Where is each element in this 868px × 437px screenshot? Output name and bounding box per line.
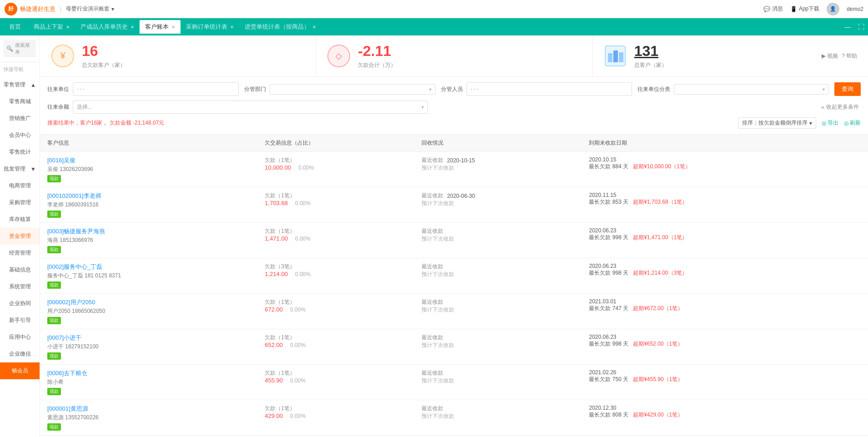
overdue-amount-0[interactable]: 超期¥10,000.00（1笔） — [633, 163, 691, 171]
filter-select-balance[interactable]: 选择... ▾ — [73, 100, 428, 114]
last-payment-label-5: 最近收款 — [421, 334, 443, 342]
company-selector[interactable]: 母婴行业演示账套 ▾ — [66, 5, 114, 13]
refresh-label: 刷新 — [850, 119, 861, 127]
sort-select[interactable]: 排序：按欠款金额倒序排序 ▾ — [738, 117, 816, 129]
export-button[interactable]: ◎ 导出 — [822, 119, 838, 127]
sidebar-item-ecom-mgmt[interactable]: 电商管理 — [0, 177, 40, 194]
due-date-7: 2020.12.30 — [589, 405, 861, 411]
debt-amount-0: 10,000.00 — [265, 164, 291, 171]
sidebar-item-new-guide[interactable]: 新手引导 — [0, 312, 40, 329]
tab-customer-account-close[interactable]: ✕ — [171, 25, 175, 30]
table-row: [0001020001]李老师 李老师 18600391516 现款 欠款（1笔… — [40, 187, 868, 223]
last-payment-label-1: 最近收款 — [421, 192, 443, 200]
search-menu-box[interactable]: 🔍 搜索菜单 — [4, 40, 36, 57]
refresh-button[interactable]: ◎ 刷新 — [844, 119, 861, 127]
last-payment-label-4: 最近收款 — [421, 298, 443, 306]
customer-id-6[interactable]: [0006]去下粮仓 — [47, 369, 250, 377]
debt-amount-2: 1,471.00 — [265, 235, 288, 242]
tab-products-off[interactable]: 商品上下架 ✕ — [28, 20, 75, 34]
due-date-1: 2020.11.15 — [589, 192, 861, 198]
sidebar-item-marketing[interactable]: 营销推广 — [0, 110, 40, 127]
sidebar-item-retail-mall[interactable]: 零售商城 — [0, 93, 40, 110]
filter-group-balance: 往来余额 选择... ▾ — [47, 100, 428, 114]
customer-id-5[interactable]: [0007]小进干 — [47, 334, 250, 342]
filter-select-dept[interactable]: ▾ — [270, 84, 436, 95]
video-btn[interactable]: ▶ 视频 — [822, 52, 838, 60]
customer-id-7[interactable]: [000001]黄思源 — [47, 405, 250, 413]
filter-input-unit-value: ··· — [77, 85, 85, 93]
sidebar-item-member-center[interactable]: 会员中心 — [0, 127, 40, 144]
tab-purchase-order-close[interactable]: ✕ — [230, 25, 234, 30]
stat-total-debt: ◇ -2.11 欠款合计（万） — [316, 35, 592, 76]
sidebar-item-vip-member[interactable]: 畅会员 — [0, 362, 40, 379]
sidebar-item-retail-stats[interactable]: 零售统计 — [0, 144, 40, 161]
overdue-amount-1[interactable]: 超期¥1,703.68（1笔） — [633, 198, 687, 206]
customer-tag-0: 现款 — [47, 175, 61, 182]
retail-stats-label: 零售统计 — [9, 149, 31, 155]
tab-products-off-close[interactable]: ✕ — [66, 25, 70, 30]
overdue-amount-4[interactable]: 超期¥672.00（1笔） — [633, 305, 683, 312]
tab-purchase-order-label: 采购订单统计表 — [186, 23, 227, 31]
filter-input-person[interactable]: ··· — [467, 82, 632, 96]
sidebar-item-basic-info[interactable]: 基础信息 — [0, 261, 40, 278]
enterprise-coop-label: 企业协同 — [9, 300, 31, 306]
stat-total-customers: 131 总客户（家） ▶ 视频 ? 帮助 — [592, 35, 868, 76]
ecom-mgmt-label: 电商管理 — [9, 182, 31, 189]
overdue-days-1: 最长欠款 853 天 — [589, 198, 628, 206]
sidebar-item-enterprise-coop[interactable]: 企业协同 — [0, 295, 40, 312]
customer-id-4[interactable]: [000002]用户2050 — [47, 298, 250, 306]
collapse-button[interactable]: « 收起更多条件 — [819, 101, 861, 113]
overdue-amount-7[interactable]: 超期¥429.00（1笔） — [633, 411, 683, 419]
customer-id-2[interactable]: [0003]畅捷服务尹海燕 — [47, 227, 250, 236]
tab-customer-account[interactable]: 客户账本 ✕ — [140, 20, 181, 34]
tab-home[interactable]: 首页 — [2, 20, 28, 34]
table-row: [0007]小进干 小进干 18279152100 现款 欠款（1笔） 652.… — [40, 329, 868, 365]
tab-production-history[interactable]: 产成品入库单历史 ✕ — [75, 20, 140, 34]
help-btn[interactable]: ? 帮助 — [842, 52, 857, 60]
cell-collection-1: 最近收款 2020-06-30 预计下次收款 — [414, 187, 582, 223]
tab-purchase-order[interactable]: 采购订单统计表 ✕ — [181, 20, 239, 34]
filter-input-unit[interactable]: ··· — [73, 82, 239, 96]
next-payment-3: 预计下次收款 — [421, 271, 574, 278]
customer-id-1[interactable]: [0001020001]李老师 — [47, 192, 250, 200]
overdue-amount-2[interactable]: 超期¥1,471.00（1笔） — [633, 234, 687, 241]
due-date-4: 2021.03.01 — [589, 298, 861, 305]
tab-goods-stats[interactable]: 进货单统计表（按商品） ✕ — [239, 20, 321, 34]
cell-collection-4: 最近收款 预计下次收款 — [414, 294, 582, 329]
due-date-6: 2021.02.26 — [589, 369, 861, 376]
customer-id-3[interactable]: [0002]服务中心_丁磊 — [47, 263, 250, 271]
table-row: [0002]服务中心_丁磊 服务中心_丁磊 181 0125 8371 现款 欠… — [40, 258, 868, 294]
sidebar-item-inventory[interactable]: 库存核算 — [0, 211, 40, 228]
sidebar-item-retail-mgmt[interactable]: 零售管理 ▲ — [0, 76, 40, 93]
filter-select-category[interactable]: ▾ — [674, 84, 829, 95]
overdue-amount-3[interactable]: 超期¥1,214.00（3笔） — [633, 269, 687, 277]
search-button[interactable]: 查询 — [834, 82, 861, 96]
sidebar-item-batch-mgmt[interactable]: 批发管理 ▼ — [0, 161, 40, 177]
tab-production-history-close[interactable]: ✕ — [130, 25, 134, 30]
app-download-btn[interactable]: 📱 App下载 — [790, 5, 819, 13]
customer-phone-4: 用户2050 18665062050 — [47, 307, 250, 315]
sidebar-item-finance[interactable]: 资金管理 — [0, 228, 40, 245]
nav-maximize-btn[interactable]: ⛶ — [856, 21, 866, 32]
tab-goods-stats-close[interactable]: ✕ — [312, 25, 316, 30]
sidebar-item-enterprise-wechat[interactable]: 企业微信 — [0, 346, 40, 362]
sidebar-item-purchase-mgmt[interactable]: 采购管理 — [0, 194, 40, 211]
sidebar-item-app-center[interactable]: 应用中心 — [0, 329, 40, 346]
customer-tag-2: 现款 — [47, 246, 61, 253]
message-btn[interactable]: 💬 消息 — [763, 5, 783, 13]
cell-customer-info-4: [000002]用户2050 用户2050 18665062050 现款 — [40, 294, 257, 329]
filter-row-2: 往来余额 选择... ▾ « 收起更多条件 — [47, 100, 861, 114]
user-avatar[interactable]: 👤 — [827, 3, 839, 15]
last-payment-label-7: 最近收款 — [421, 405, 443, 412]
overdue-amount-5[interactable]: 超期¥652.00（1笔） — [633, 340, 683, 348]
sidebar-search-area[interactable]: 🔍 搜索菜单 — [0, 35, 40, 62]
customer-phone-0: 吴俊 13026203696 — [47, 166, 250, 173]
sidebar-item-ops-mgmt[interactable]: 经营管理 — [0, 245, 40, 261]
nav-minimize-btn[interactable]: — — [843, 21, 853, 32]
stat-icon-3 — [603, 44, 627, 68]
sidebar-item-sys-mgmt[interactable]: 系统管理 — [0, 278, 40, 295]
batch-mgmt-label: 批发管理 — [4, 165, 25, 173]
overdue-amount-6[interactable]: 超期¥455.90（1笔） — [633, 376, 683, 383]
customer-id-0[interactable]: [0016]吴俊 — [47, 156, 250, 165]
download-icon: 📱 — [790, 6, 797, 12]
